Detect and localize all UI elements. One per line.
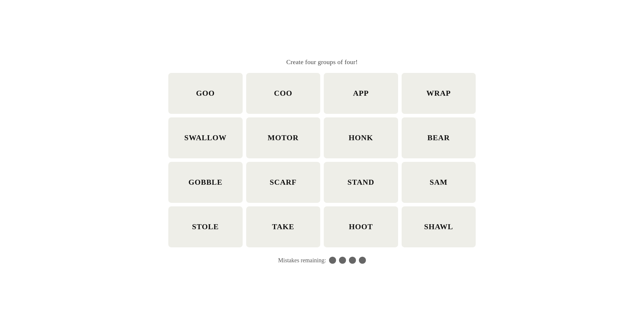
tile-app[interactable]: APP	[324, 73, 398, 114]
tile-label-scarf: SCARF	[270, 178, 297, 187]
tile-label-wrap: WRAP	[426, 89, 451, 98]
tile-honk[interactable]: HONK	[324, 117, 398, 158]
tile-label-hoot: HOOT	[349, 222, 373, 231]
tile-bear[interactable]: BEAR	[402, 117, 476, 158]
mistakes-label: Mistakes remaining:	[278, 257, 326, 264]
tile-label-honk: HONK	[349, 133, 373, 142]
tile-sam[interactable]: SAM	[402, 162, 476, 203]
mistake-dot-3	[349, 257, 356, 264]
word-grid: GOOCOOAPPWRAPSWALLOWMOTORHONKBEARGOBBLES…	[168, 73, 476, 247]
tile-coo[interactable]: COO	[246, 73, 321, 114]
tile-stand[interactable]: STAND	[324, 162, 398, 203]
tile-stole[interactable]: STOLE	[168, 206, 243, 247]
subtitle: Create four groups of four!	[286, 58, 358, 66]
tile-label-swallow: SWALLOW	[184, 133, 227, 142]
tile-scarf[interactable]: SCARF	[246, 162, 321, 203]
tile-swallow[interactable]: SWALLOW	[168, 117, 243, 158]
tile-label-sam: SAM	[430, 178, 448, 187]
tile-label-shawl: SHAWL	[424, 222, 453, 231]
tile-label-take: TAKE	[272, 222, 294, 231]
tile-label-bear: BEAR	[427, 133, 450, 142]
tile-take[interactable]: TAKE	[246, 206, 321, 247]
tile-motor[interactable]: MOTOR	[246, 117, 321, 158]
mistakes-row: Mistakes remaining:	[278, 257, 366, 264]
tile-label-coo: COO	[274, 89, 292, 98]
tile-label-motor: MOTOR	[268, 133, 299, 142]
mistake-dot-2	[339, 257, 346, 264]
tile-label-stand: STAND	[347, 178, 374, 187]
tile-label-goo: GOO	[196, 89, 215, 98]
tile-label-gobble: GOBBLE	[189, 178, 222, 187]
tile-goo[interactable]: GOO	[168, 73, 243, 114]
mistake-dot-1	[329, 257, 336, 264]
tile-label-app: APP	[353, 89, 369, 98]
tile-gobble[interactable]: GOBBLE	[168, 162, 243, 203]
tile-label-stole: STOLE	[192, 222, 219, 231]
tile-wrap[interactable]: WRAP	[402, 73, 476, 114]
game-container: Create four groups of four! GOOCOOAPPWRA…	[168, 58, 476, 264]
mistake-dot-4	[359, 257, 366, 264]
mistakes-dots	[329, 257, 366, 264]
tile-hoot[interactable]: HOOT	[324, 206, 398, 247]
tile-shawl[interactable]: SHAWL	[402, 206, 476, 247]
